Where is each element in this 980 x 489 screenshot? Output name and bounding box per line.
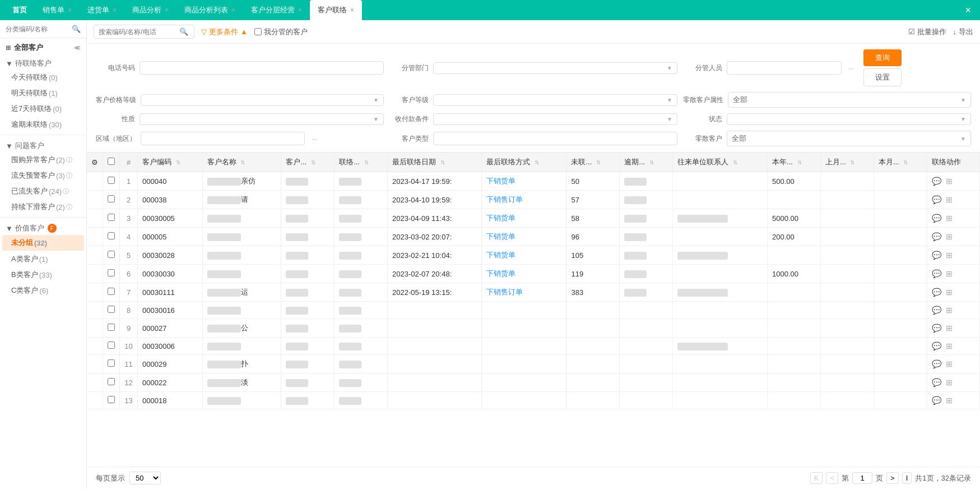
- chat-icon[interactable]: 💬: [932, 288, 941, 297]
- col-no-contact[interactable]: 未联... ⇅: [566, 153, 620, 172]
- sidebar-item-7days[interactable]: 近7天待联络(0): [0, 101, 86, 117]
- close-product-analysis-list-icon[interactable]: ×: [231, 6, 235, 14]
- sidebar-search-input[interactable]: [6, 25, 69, 33]
- row-checkbox[interactable]: [108, 177, 115, 184]
- sidebar-group-waiting[interactable]: ▼ 待联络客户: [0, 55, 86, 70]
- contact-method-link[interactable]: 下销货单: [486, 214, 515, 222]
- row-checkbox[interactable]: [108, 195, 115, 202]
- row-checkbox[interactable]: [108, 269, 115, 276]
- close-customer-segmentation-icon[interactable]: ×: [298, 6, 302, 14]
- grid-action-icon[interactable]: ⊞: [946, 232, 953, 241]
- main-search-box[interactable]: 🔍: [94, 25, 194, 39]
- row-check[interactable]: [103, 302, 120, 319]
- contact-method-link[interactable]: 下销售订单: [486, 195, 523, 204]
- contact-method-link[interactable]: 下销货单: [486, 177, 515, 185]
- col-name[interactable]: 客户名称 ⇅: [202, 153, 281, 172]
- row-checkbox[interactable]: [108, 359, 115, 367]
- chat-icon[interactable]: 💬: [932, 396, 941, 405]
- main-search-icon[interactable]: 🔍: [179, 27, 188, 36]
- page-last-btn[interactable]: I: [902, 472, 912, 484]
- page-next-btn[interactable]: >: [886, 472, 899, 484]
- select-all-checkbox[interactable]: [108, 158, 115, 165]
- chat-icon[interactable]: 💬: [932, 232, 941, 241]
- grid-action-icon[interactable]: ⊞: [946, 251, 953, 260]
- page-prev-btn[interactable]: <: [826, 472, 838, 484]
- row-checkbox[interactable]: [108, 378, 115, 385]
- nature-select[interactable]: ▼: [140, 113, 384, 125]
- row-checkbox[interactable]: [108, 232, 115, 239]
- status-select[interactable]: ▼: [727, 113, 971, 125]
- sidebar-group-problem[interactable]: ▼ 问题客户: [0, 137, 86, 152]
- close-salesorder-icon[interactable]: ×: [68, 6, 72, 14]
- sidebar-item-churn-warning[interactable]: 流失预警客户(3)ⓘ: [0, 168, 86, 183]
- row-check[interactable]: [103, 338, 120, 355]
- contact-method-link[interactable]: 下销货单: [486, 232, 515, 241]
- nav-home[interactable]: 首页: [4, 0, 35, 20]
- close-purchase-icon[interactable]: ×: [113, 6, 117, 14]
- row-check[interactable]: [103, 209, 120, 228]
- page-first-btn[interactable]: K: [810, 472, 823, 484]
- col-partner-contact[interactable]: 往来单位联系人 ⇅: [673, 153, 768, 172]
- global-close-icon[interactable]: ×: [960, 4, 976, 16]
- row-checkbox[interactable]: [108, 251, 115, 258]
- sidebar-search-icon[interactable]: 🔍: [72, 25, 81, 33]
- sidebar-item-declining[interactable]: 持续下滑客户(2)ⓘ: [0, 199, 86, 215]
- row-check[interactable]: [103, 265, 120, 283]
- contact-method-link[interactable]: 下销货单: [486, 251, 515, 259]
- all-customers-header[interactable]: ⊞ 全部客户 ≪: [0, 38, 86, 55]
- row-check[interactable]: [103, 392, 120, 409]
- sidebar-search-box[interactable]: 🔍: [0, 20, 86, 38]
- sidebar-item-hoarding[interactable]: 囤购异常客户(2)ⓘ: [0, 152, 86, 168]
- sidebar-item-ungrouped[interactable]: 未分组(32): [2, 235, 84, 251]
- row-check[interactable]: [103, 373, 120, 392]
- sidebar-item-lost[interactable]: 已流失客户(24)ⓘ: [0, 183, 86, 199]
- region-more-icon[interactable]: ···: [312, 135, 318, 143]
- cust-level-select[interactable]: ▼: [433, 94, 677, 106]
- nav-tab-product-analysis-list[interactable]: 商品分析列表 ×: [177, 0, 243, 20]
- col-this-year[interactable]: 本年... ⇅: [768, 153, 821, 172]
- grid-action-icon[interactable]: ⊞: [946, 269, 953, 278]
- query-button[interactable]: 查询: [863, 49, 902, 66]
- dept-select[interactable]: ▼: [433, 62, 677, 74]
- chat-icon[interactable]: 💬: [932, 251, 941, 260]
- row-checkbox[interactable]: [108, 214, 115, 221]
- region-input[interactable]: [141, 132, 305, 145]
- grid-action-icon[interactable]: ⊞: [946, 342, 953, 350]
- collapse-icon[interactable]: ≪: [74, 44, 81, 52]
- row-check[interactable]: [103, 172, 120, 191]
- grid-action-icon[interactable]: ⊞: [946, 359, 953, 368]
- nav-tab-customer-segmentation[interactable]: 客户分层经营 ×: [243, 0, 310, 20]
- col-code[interactable]: 客户编码 ⇅: [138, 153, 203, 172]
- reset-button[interactable]: 设置: [863, 68, 902, 86]
- chat-icon[interactable]: 💬: [932, 359, 941, 368]
- close-customer-contact-icon[interactable]: ×: [350, 6, 354, 14]
- sidebar-item-class-b[interactable]: B类客户(33): [0, 267, 86, 283]
- grid-action-icon[interactable]: ⊞: [946, 177, 953, 186]
- grid-action-icon[interactable]: ⊞: [946, 195, 953, 204]
- contact-method-link[interactable]: 下销货单: [486, 269, 515, 278]
- my-customer-checkbox[interactable]: 我分管的客户: [254, 27, 308, 37]
- chat-icon[interactable]: 💬: [932, 214, 941, 223]
- col-last-contact-date[interactable]: 最后联络日期 ⇅: [388, 153, 482, 172]
- nav-tab-purchase[interactable]: 进货单 ×: [80, 0, 124, 20]
- chat-icon[interactable]: 💬: [932, 177, 941, 186]
- row-check[interactable]: [103, 355, 120, 373]
- col-cust-type[interactable]: 客户... ⇅: [281, 153, 335, 172]
- batch-ops-btn[interactable]: ☑ 批量操作: [908, 27, 946, 37]
- chat-icon[interactable]: 💬: [932, 306, 941, 315]
- row-checkbox[interactable]: [108, 324, 115, 331]
- nav-tab-customer-contact[interactable]: 客户联络 ×: [310, 0, 362, 20]
- grid-action-icon[interactable]: ⊞: [946, 214, 953, 223]
- sidebar-item-class-a[interactable]: A类客户(1): [0, 251, 86, 267]
- row-check[interactable]: [103, 228, 120, 246]
- main-search-input[interactable]: [99, 28, 177, 36]
- grid-action-icon[interactable]: ⊞: [946, 378, 953, 387]
- row-checkbox[interactable]: [108, 396, 115, 403]
- phone-input[interactable]: [140, 61, 384, 75]
- chat-icon[interactable]: 💬: [932, 195, 941, 204]
- chat-icon[interactable]: 💬: [932, 269, 941, 278]
- sidebar-item-overdue[interactable]: 逾期未联络(30): [0, 117, 86, 132]
- price-level-select[interactable]: ▼: [141, 94, 384, 106]
- payment-select[interactable]: ▼: [433, 113, 677, 125]
- row-checkbox[interactable]: [108, 342, 115, 349]
